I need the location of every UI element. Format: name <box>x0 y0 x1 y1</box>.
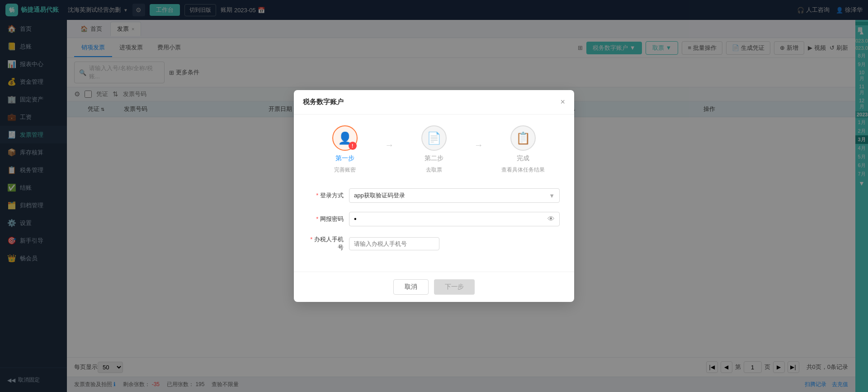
step-2-label: 第二步 <box>425 154 443 163</box>
password-input[interactable] <box>354 215 547 223</box>
password-control: 👁 <box>349 212 560 226</box>
cancel-button[interactable]: 取消 <box>393 279 429 295</box>
modal-title: 税务数字账户 <box>303 98 344 106</box>
modal-close-button[interactable]: × <box>560 97 565 107</box>
login-method-label: * 登录方式 <box>308 191 349 200</box>
phone-label: * 办税人手机号 <box>308 235 349 252</box>
step-1-icon: 👤 ! <box>332 125 358 151</box>
steps-indicator: 👤 ! 第一步 完善账密 → 📄 第二步 去取票 → <box>308 125 560 174</box>
modal-footer: 取消 下一步 <box>294 272 574 302</box>
step-1-badge: ! <box>349 142 357 150</box>
phone-input[interactable] <box>349 237 439 250</box>
step-arrow-2: → <box>474 140 483 159</box>
password-row: * 网报密码 👁 <box>308 212 560 226</box>
phone-control <box>349 237 560 250</box>
password-label: * 网报密码 <box>308 215 349 223</box>
next-button[interactable]: 下一步 <box>434 279 475 295</box>
modal-header: 税务数字账户 × <box>294 90 574 115</box>
modal-body: 👤 ! 第一步 完善账密 → 📄 第二步 去取票 → <box>294 115 574 272</box>
step-2: 📄 第二步 去取票 <box>397 125 470 174</box>
step-1-label: 第一步 <box>335 154 354 163</box>
step-3-icon: 📋 <box>510 125 536 151</box>
step-1-desc: 完善账密 <box>334 166 356 174</box>
modal-overlay: 税务数字账户 × 👤 ! 第一步 完善账密 → � <box>0 0 868 392</box>
step-3-label: 完成 <box>517 154 529 163</box>
login-method-control: app获取验证码登录 ▼ <box>349 188 560 203</box>
step-2-desc: 去取票 <box>426 166 442 174</box>
login-method-select[interactable]: app获取验证码登录 ▼ <box>349 188 560 203</box>
toggle-password-icon[interactable]: 👁 <box>547 215 555 223</box>
modal-form: * 登录方式 app获取验证码登录 ▼ * 网报密码 <box>308 188 560 252</box>
step-3-desc: 查看具体任务结果 <box>501 166 545 174</box>
modal-dialog: 税务数字账户 × 👤 ! 第一步 完善账密 → � <box>294 90 574 302</box>
step-2-icon: 📄 <box>421 125 447 151</box>
select-dropdown-icon: ▼ <box>549 192 555 199</box>
step-arrow-1: → <box>385 140 394 159</box>
login-method-row: * 登录方式 app获取验证码登录 ▼ <box>308 188 560 203</box>
phone-row: * 办税人手机号 <box>308 235 560 252</box>
step-1: 👤 ! 第一步 完善账密 <box>308 125 381 174</box>
password-input-wrapper: 👁 <box>349 212 560 226</box>
step-3: 📋 完成 查看具体任务结果 <box>487 125 560 174</box>
